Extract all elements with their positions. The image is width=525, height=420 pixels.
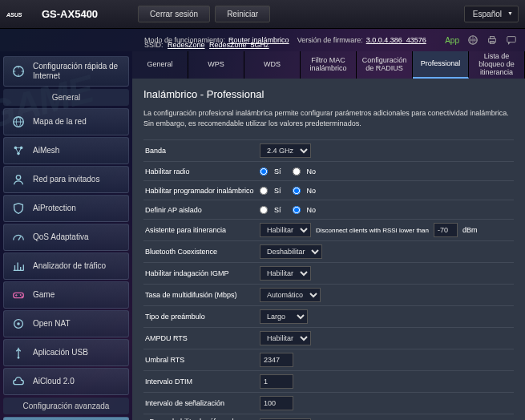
sidebar-item-aiprotection[interactable]: AiProtection <box>3 195 129 222</box>
sidebar-item-label: QoS Adaptativa <box>33 232 89 242</box>
yes-label: Sí <box>274 168 281 176</box>
scheduler-no[interactable] <box>293 187 301 195</box>
sidebar-item-wireless[interactable]: Inalámbrico <box>3 417 129 420</box>
sidebar-item-quick-setup[interactable]: Configuración rápida de Internet <box>3 56 129 87</box>
content-panel: Inalámbrico - Professional La configurac… <box>132 79 525 420</box>
enable-radio-no[interactable] <box>293 168 301 176</box>
ssid-row: SSID: RedesZone RedesZone_5GHz <box>144 41 269 49</box>
tab-roaming-block[interactable]: Lista de bloqueo de itinerancia <box>469 51 525 79</box>
globe-icon[interactable] <box>467 34 479 46</box>
band-label: Banda <box>143 147 260 155</box>
tab-wds[interactable]: WDS <box>244 51 301 79</box>
svg-point-18 <box>18 357 20 359</box>
svg-text:ASUS: ASUS <box>6 11 22 17</box>
preamble-select[interactable]: Largo <box>260 309 308 324</box>
sidebar-item-aimesh[interactable]: AiMesh <box>3 137 129 164</box>
ap-isolated-label: Definir AP aislado <box>143 206 260 214</box>
reboot-button[interactable]: Reiniciar <box>215 6 270 22</box>
preamble-label: Tipo de preámbulo <box>143 313 260 321</box>
shield-icon <box>10 200 26 216</box>
ap-isolated-no[interactable] <box>293 206 301 214</box>
sidebar-item-qos[interactable]: QoS Adaptativa <box>3 224 129 251</box>
ap-isolated-yes[interactable] <box>260 206 268 214</box>
feedback-icon[interactable] <box>506 34 517 46</box>
roaming-text: Disconnect clients with RSSI lower than <box>316 227 429 234</box>
gauge-icon <box>10 229 26 245</box>
sidebar-item-label: Aplicación USB <box>33 348 88 357</box>
tab-professional[interactable]: Professional <box>413 51 469 79</box>
sidebar-item-network-map[interactable]: Mapa de la red <box>3 108 129 135</box>
igmp-select[interactable]: Habilitar <box>260 266 311 281</box>
chart-icon <box>10 258 26 274</box>
logout-button[interactable]: Cerrar sesión <box>138 6 210 22</box>
rts-threshold-input[interactable] <box>260 353 293 367</box>
scheduler-yes[interactable] <box>260 187 268 195</box>
guest-icon <box>10 172 26 188</box>
roaming-select[interactable]: Habilitar <box>260 223 311 237</box>
printer-icon[interactable] <box>487 34 498 46</box>
sidebar-item-label: AiProtection <box>33 204 76 213</box>
model-name: GS-AX5400 <box>42 8 98 20</box>
sidebar-section-general: General <box>3 89 129 106</box>
svg-point-12 <box>16 176 20 180</box>
tab-mac-filter[interactable]: Filtro MAC inalámbrico <box>301 51 357 79</box>
enable-radio-yes[interactable] <box>260 168 268 176</box>
language-select[interactable]: Español <box>464 6 519 22</box>
app-link[interactable]: App <box>445 36 459 45</box>
page-description: La configuración profesional inalámbrica… <box>143 108 514 128</box>
usb-icon <box>10 345 26 361</box>
svg-point-15 <box>22 296 23 297</box>
tab-radius[interactable]: Configuración de RADIUS <box>357 51 413 79</box>
no-label: No <box>307 206 317 214</box>
svg-rect-3 <box>490 37 494 39</box>
sidebar-item-label: Red para invitados <box>33 175 99 184</box>
cloud-icon <box>10 374 26 390</box>
svg-rect-5 <box>507 37 516 42</box>
game-icon <box>10 287 26 303</box>
ampdu-rts-label: AMPDU RTS <box>143 334 260 342</box>
enable-radio-label: Habilitar radio <box>143 168 260 176</box>
igmp-label: Habilitar indagación IGMP <box>143 269 260 277</box>
mcast-select[interactable]: Automático <box>260 288 321 302</box>
dtim-input[interactable] <box>260 374 293 389</box>
ssid-1[interactable]: RedesZone <box>168 41 205 49</box>
ssid-label: SSID: <box>144 41 164 49</box>
band-select[interactable]: 2.4 GHz <box>260 143 311 158</box>
beacon-input[interactable] <box>260 396 293 410</box>
roaming-label: Asistente para itinerancia <box>143 226 260 234</box>
firmware-label: Versión de firmware: <box>297 36 363 44</box>
rssi-input[interactable] <box>434 223 458 237</box>
sidebar-item-label: Open NAT <box>33 319 71 329</box>
rts-threshold-label: Umbral RTS <box>143 356 260 364</box>
sidebar-item-label: Configuración rápida de Internet <box>33 62 122 81</box>
dtim-label: Intervalo DTIM <box>143 378 260 386</box>
firmware-link[interactable]: 3.0.0.4.386_43576 <box>366 36 426 44</box>
brand-logo: ASUS <box>6 10 38 19</box>
beacon-label: Intervalo de señalización <box>143 399 260 407</box>
tab-general[interactable]: General <box>132 51 188 79</box>
tab-wps[interactable]: WPS <box>188 51 244 79</box>
setup-icon <box>10 63 26 79</box>
sidebar-item-usb[interactable]: Aplicación USB <box>3 339 129 366</box>
svg-point-17 <box>17 322 20 325</box>
sidebar-item-label: Mapa de la red <box>33 117 87 127</box>
sidebar-item-guest[interactable]: Red para invitados <box>3 166 129 193</box>
nat-icon <box>10 316 26 332</box>
bt-coexist-select[interactable]: Deshabilitar <box>260 244 322 259</box>
yes-label: Sí <box>274 206 281 214</box>
sidebar-item-traffic[interactable]: Analizador de tráfico <box>3 252 129 280</box>
no-label: No <box>307 168 317 176</box>
sidebar-item-aicloud[interactable]: AiCloud 2.0 <box>3 368 129 395</box>
sidebar-section-advanced: Configuración avanzada <box>3 398 129 414</box>
ssid-2[interactable]: RedesZone_5GHz <box>209 41 269 49</box>
sidebar-item-label: Game <box>33 290 55 300</box>
page-title: Inalámbrico - Professional <box>143 88 514 100</box>
ampdu-rts-select[interactable]: Habilitar <box>260 331 311 345</box>
mesh-icon <box>10 143 26 159</box>
tab-bar: General WPS WDS Filtro MAC inalámbrico C… <box>132 51 525 79</box>
mcast-label: Tasa de multidifusión (Mbps) <box>143 291 260 299</box>
sidebar-item-opennat[interactable]: Open NAT <box>3 310 129 337</box>
sidebar: Configuración rápida de Internet General… <box>0 51 132 420</box>
yes-label: Sí <box>274 187 281 195</box>
sidebar-item-game[interactable]: Game <box>3 281 129 309</box>
